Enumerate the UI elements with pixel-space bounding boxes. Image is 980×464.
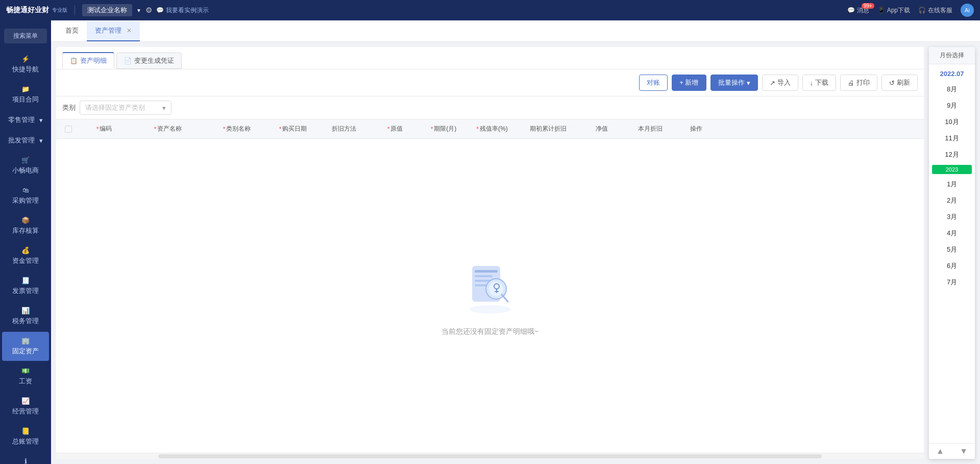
project-label: 项目合同	[12, 95, 39, 104]
user-avatar[interactable]: Ai	[961, 4, 974, 17]
month-item-may[interactable]: 5月	[929, 241, 975, 258]
month-item-jan[interactable]: 1月	[929, 176, 975, 192]
basic-icon: ℹ	[24, 457, 27, 464]
month-item-oct[interactable]: 10月	[929, 114, 975, 130]
sub-tab-voucher[interactable]: 📄 变更生成凭证	[116, 53, 182, 69]
horizontal-scrollbar[interactable]	[56, 453, 924, 459]
page-content: 📋 资产明细 📄 变更生成凭证 对账 + 新增 批量操作 ▾	[51, 42, 980, 464]
tab-assets-close-icon[interactable]: ✕	[127, 27, 132, 34]
toolbar: 对账 + 新增 批量操作 ▾ ↗ 导入 ↓ 下载 🖨	[56, 69, 924, 96]
month-item-dec[interactable]: 12月	[929, 146, 975, 163]
top-bar-left: 畅捷通好业财 专业版 测试企业名称 ▼ ⚙ 💬 我要看实例演示	[6, 4, 842, 16]
ecommerce-label: 小畅电商	[12, 166, 39, 175]
company-selector[interactable]: 测试企业名称	[82, 4, 132, 16]
col-code: * 编码	[79, 119, 130, 138]
month-prev-icon[interactable]: ▲	[933, 446, 947, 457]
sidebar-item-quicknav[interactable]: ⚡ 快捷导航	[2, 50, 49, 79]
detail-tab-label: 资产明细	[80, 56, 107, 65]
import-label: 导入	[777, 78, 791, 87]
month-item-nov[interactable]: 11月	[929, 130, 975, 146]
purchase-icon: 🛍	[22, 186, 29, 194]
month-item-jul[interactable]: 7月	[929, 274, 975, 290]
payroll-label: 工资	[19, 377, 32, 386]
download-icon: ↓	[810, 79, 814, 87]
operations-icon: 📈	[21, 397, 30, 405]
demo-link[interactable]: 💬 我要看实例演示	[156, 6, 209, 15]
top-bar-right: 💬 消息 99+ 📱 App下载 🎧 在线客服 Ai	[847, 4, 974, 17]
tab-assets[interactable]: 资产管理 ✕	[87, 21, 140, 41]
import-button[interactable]: ↗ 导入	[762, 75, 798, 91]
filter-label: 类别	[62, 103, 76, 112]
purchase-label: 采购管理	[12, 196, 39, 205]
select-all-checkbox[interactable]	[65, 126, 72, 133]
col-monthly-dep: 本月折旧	[625, 119, 676, 138]
scroll-track	[158, 454, 822, 458]
sidebar-item-inventory[interactable]: 📦 库存核算	[2, 211, 49, 240]
col-action: 操作	[676, 119, 717, 138]
sidebar-item-invoice[interactable]: 🧾 发票管理	[2, 272, 49, 301]
add-button[interactable]: + 新增	[672, 75, 706, 91]
download-button[interactable]: ↓ 下载	[802, 75, 837, 91]
inventory-icon: 📦	[21, 216, 30, 224]
empty-illustration	[459, 256, 521, 317]
col-period: * 期限(月)	[421, 119, 467, 138]
sidebar-item-wholesale[interactable]: 批发管理 ▾	[2, 131, 49, 150]
app-brand: 畅捷通好业财 专业版	[6, 6, 67, 15]
top-bar: 畅捷通好业财 专业版 测试企业名称 ▼ ⚙ 💬 我要看实例演示 💬 消息 99+…	[0, 0, 980, 20]
sub-tab-detail[interactable]: 📋 资产明细	[62, 52, 114, 69]
assets-icon: 🏢	[21, 337, 30, 345]
search-menu-button[interactable]: 搜索菜单	[4, 29, 47, 43]
sidebar-item-retail[interactable]: 零售管理 ▾	[2, 110, 49, 130]
company-dropdown-icon[interactable]: ▼	[136, 8, 141, 13]
message-button[interactable]: 💬 消息 99+	[847, 6, 869, 15]
sub-tabs: 📋 资产明细 📄 变更生成凭证	[56, 47, 924, 69]
finance-icon: 💰	[21, 247, 30, 254]
sidebar-item-ledger[interactable]: 📒 总账管理	[2, 422, 49, 451]
tab-home[interactable]: 首页	[57, 21, 87, 41]
filter-select[interactable]: 请选择固定资产类别 ▾	[80, 101, 172, 115]
month-item-jun[interactable]: 6月	[929, 258, 975, 274]
message-badge: 99+	[862, 3, 874, 9]
month-panel-body: 2022.07 8月 9月 10月 11月 12月 2023 1月 2月 3月 …	[929, 64, 975, 443]
demo-link-text: 我要看实例演示	[166, 6, 209, 15]
app-icon: 📱	[877, 7, 885, 14]
ledger-label: 总账管理	[12, 437, 39, 446]
sidebar-item-basic[interactable]: ℹ 基础信息	[2, 452, 49, 464]
svg-rect-3	[475, 275, 493, 277]
print-label: 打印	[856, 78, 870, 87]
sidebar-item-tax[interactable]: 📊 税务管理	[2, 302, 49, 331]
online-service-button[interactable]: 🎧 在线客服	[918, 6, 952, 15]
month-item-apr[interactable]: 4月	[929, 225, 975, 241]
settings-icon[interactable]: ⚙	[145, 6, 152, 15]
sidebar-item-payroll[interactable]: 💵 工资	[2, 362, 49, 391]
month-item-mar[interactable]: 3月	[929, 209, 975, 225]
sidebar-item-assets[interactable]: 🏢 固定资产	[2, 332, 49, 361]
sidebar-item-operations[interactable]: 📈 经营管理	[2, 392, 49, 421]
month-item-feb[interactable]: 2月	[929, 192, 975, 209]
sidebar-item-finance[interactable]: 💰 资金管理	[2, 241, 49, 271]
match-button[interactable]: 对账	[639, 75, 668, 91]
sidebar-item-project[interactable]: 📁 项目合同	[2, 80, 49, 109]
refresh-button[interactable]: ↺ 刷新	[881, 75, 918, 91]
batch-button[interactable]: 批量操作 ▾	[710, 75, 758, 91]
sidebar-item-ecommerce[interactable]: 🛒 小畅电商	[2, 151, 49, 180]
app-download-button[interactable]: 📱 App下载	[877, 6, 910, 15]
online-service-label: 在线客服	[928, 6, 952, 15]
print-button[interactable]: 🖨 打印	[840, 75, 877, 91]
sidebar: 搜索菜单 ⚡ 快捷导航 📁 项目合同 零售管理 ▾ 批发管理 ▾ 🛒 小畅电商 …	[0, 20, 51, 464]
batch-dropdown-icon: ▾	[747, 79, 750, 87]
month-panel-nav: ▲ ▼	[929, 443, 975, 459]
month-item-sep[interactable]: 9月	[929, 97, 975, 114]
avatar-text: Ai	[965, 7, 970, 13]
detail-tab-icon: 📋	[70, 57, 78, 64]
invoice-icon: 🧾	[21, 277, 30, 284]
month-panel-title: 月份选择	[940, 52, 964, 59]
month-year-2022[interactable]: 2022.07	[929, 66, 975, 81]
content-area: 首页 资产管理 ✕ 📋 资产明细 📄 变更生成凭证	[51, 20, 980, 464]
month-next-icon[interactable]: ▼	[957, 446, 971, 457]
filter-arrow-icon: ▾	[162, 104, 166, 112]
main-panel: 📋 资产明细 📄 变更生成凭证 对账 + 新增 批量操作 ▾	[56, 47, 924, 459]
app-title: 畅捷通好业财	[6, 6, 49, 15]
sidebar-item-purchase[interactable]: 🛍 采购管理	[2, 181, 49, 210]
month-item-aug[interactable]: 8月	[929, 81, 975, 97]
